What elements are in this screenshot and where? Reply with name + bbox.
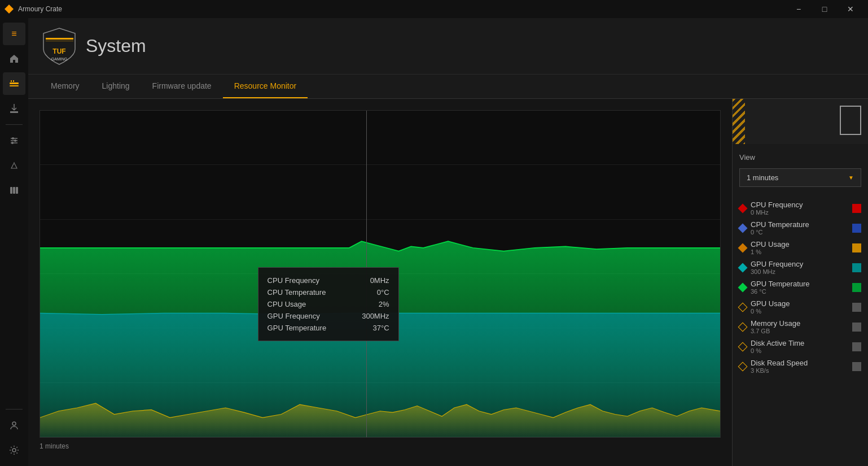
sidebar-icon-home[interactable] (3, 47, 25, 70)
logo-area: TUF GAMING System (40, 27, 146, 66)
metric-swatch-2 (852, 243, 861, 252)
tooltip-value-2: 2% (379, 300, 389, 308)
metric-name-4: GPU Temperature (751, 280, 848, 288)
corner-stripe (733, 99, 745, 144)
sidebar-icon-user[interactable] (3, 414, 25, 437)
metric-info-1: CPU Temperature 0 °C (751, 220, 848, 236)
tooltip-row-4: GPU Temperature 37°C (268, 322, 389, 334)
svg-rect-3 (13, 80, 14, 82)
titlebar: Armoury Crate − □ ✕ (0, 0, 868, 18)
tooltip-value-3: 300MHz (362, 312, 389, 320)
tooltip: CPU Frequency 0MHz CPU Temperature 0°C C… (258, 267, 399, 341)
tooltip-label-0: CPU Frequency (268, 276, 319, 285)
metric-value-7: 0 % (751, 347, 848, 354)
metric-item-6[interactable]: Memory Usage 3.7 GB (739, 317, 861, 337)
svg-point-15 (12, 448, 16, 452)
metric-name-2: CPU Usage (751, 240, 848, 249)
svg-text:GAMING: GAMING (51, 57, 67, 61)
metric-value-3: 300 MHz (751, 268, 848, 275)
metric-diamond-6 (738, 322, 748, 332)
tab-resource-monitor[interactable]: Resource Monitor (223, 75, 308, 98)
metric-info-2: CPU Usage 1 % (751, 240, 848, 255)
metric-value-8: 3 KB/s (751, 367, 848, 374)
tooltip-value-1: 0°C (377, 288, 389, 297)
metric-value-5: 0 % (751, 308, 848, 315)
sidebar-divider-2 (6, 409, 23, 410)
metric-info-3: GPU Frequency 300 MHz (751, 260, 848, 275)
right-panel: View 1 minutes ▼ CPU Frequency 0 MHz CPU… (733, 99, 868, 466)
tabs: Memory Lighting Firmware update Resource… (28, 75, 868, 99)
tab-firmware[interactable]: Firmware update (141, 75, 223, 98)
tooltip-row-2: CPU Usage 2% (268, 298, 389, 310)
metric-name-1: CPU Temperature (751, 220, 848, 229)
metric-info-4: GPU Temperature 36 °C (751, 280, 848, 295)
header: TUF GAMING System (28, 18, 868, 75)
tooltip-label-1: CPU Temperature (268, 288, 326, 297)
chart-time-label: 1 minutes (40, 442, 721, 450)
metric-item-5[interactable]: GPU Usage 0 % (739, 297, 861, 317)
view-dropdown[interactable]: 1 minutes ▼ (739, 168, 861, 187)
tab-memory[interactable]: Memory (40, 75, 91, 98)
metric-diamond-7 (738, 342, 748, 351)
svg-point-9 (11, 142, 14, 144)
sidebar-icon-updates[interactable] (3, 97, 25, 120)
metric-item-4[interactable]: GPU Temperature 36 °C (739, 277, 861, 297)
maximize-button[interactable]: □ (812, 0, 838, 18)
metric-name-7: Disk Active Time (751, 339, 848, 347)
metric-name-3: GPU Frequency (751, 260, 848, 268)
close-button[interactable]: ✕ (838, 0, 863, 18)
svg-rect-1 (10, 85, 19, 86)
metric-item-1[interactable]: CPU Temperature 0 °C (739, 218, 861, 238)
metric-swatch-5 (852, 303, 861, 312)
chart-wrapper: CPU Frequency 0MHz CPU Temperature 0°C C… (40, 110, 721, 438)
sidebar-icon-settings[interactable] (3, 439, 25, 461)
tooltip-row-1: CPU Temperature 0°C (268, 286, 389, 298)
tooltip-label-4: GPU Temperature (268, 324, 327, 332)
metric-name-6: Memory Usage (751, 319, 848, 328)
sidebar-icon-menu[interactable]: ≡ (3, 23, 25, 45)
svg-rect-11 (10, 187, 12, 194)
tooltip-value-0: 0MHz (370, 276, 389, 285)
metric-value-4: 36 °C (751, 288, 848, 295)
page-content: CPU Frequency 0MHz CPU Temperature 0°C C… (28, 99, 868, 466)
tooltip-row-3: GPU Frequency 300MHz (268, 310, 389, 322)
svg-rect-0 (10, 82, 19, 84)
svg-rect-13 (16, 187, 18, 194)
metric-value-1: 0 °C (751, 229, 848, 236)
metric-name-5: GPU Usage (751, 299, 848, 308)
metric-swatch-6 (852, 323, 861, 332)
svg-point-7 (12, 137, 14, 140)
tab-lighting[interactable]: Lighting (91, 75, 141, 98)
metric-swatch-4 (852, 283, 861, 292)
sidebar-icon-device[interactable] (3, 72, 25, 95)
metric-item-3[interactable]: GPU Frequency 300 MHz (739, 258, 861, 277)
sidebar-icon-clean[interactable] (3, 154, 25, 177)
content-area: TUF GAMING System Memory Lighting Firmwa… (28, 18, 868, 466)
view-label: View (739, 153, 861, 162)
sidebar-icon-sliders[interactable] (3, 129, 25, 152)
metric-diamond-3 (738, 263, 748, 272)
metric-item-2[interactable]: CPU Usage 1 % (739, 238, 861, 258)
metric-swatch-8 (852, 362, 861, 371)
sidebar-icon-library[interactable] (3, 179, 25, 202)
metric-item-0[interactable]: CPU Frequency 0 MHz (739, 198, 861, 218)
metric-value-6: 3.7 GB (751, 328, 848, 334)
tuf-logo: TUF GAMING (40, 27, 79, 66)
metric-item-8[interactable]: Disk Read Speed 3 KB/s (739, 356, 861, 376)
titlebar-controls: − □ ✕ (786, 0, 863, 18)
dropdown-arrow-icon: ▼ (848, 175, 854, 181)
app-icon (5, 5, 14, 14)
metric-name-8: Disk Read Speed (751, 359, 848, 367)
svg-point-14 (12, 422, 16, 425)
metric-diamond-5 (738, 302, 748, 312)
metric-info-6: Memory Usage 3.7 GB (751, 319, 848, 334)
svg-rect-16 (46, 38, 73, 40)
metric-item-7[interactable]: Disk Active Time 0 % (739, 337, 861, 356)
minimize-button[interactable]: − (786, 0, 812, 18)
svg-rect-12 (13, 187, 15, 194)
metric-diamond-2 (738, 243, 748, 252)
metric-diamond-0 (738, 203, 748, 213)
tooltip-label-2: CPU Usage (268, 300, 306, 308)
metric-info-8: Disk Read Speed 3 KB/s (751, 359, 848, 374)
corner-decoration (733, 99, 868, 144)
